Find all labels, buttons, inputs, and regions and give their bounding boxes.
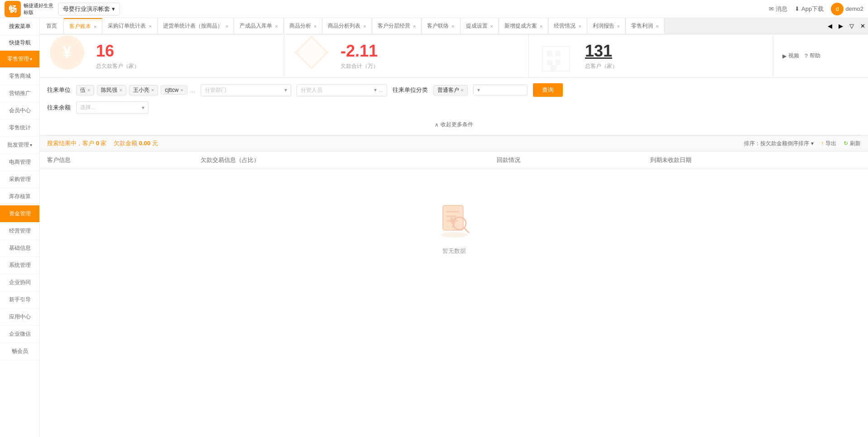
filter-row-unit: 往来单位 伍 × 陈民强 × 王小亮 bbox=[47, 83, 861, 97]
sidebar-item-ecommerce[interactable]: 电商管理 bbox=[0, 154, 39, 171]
tab-close-icon[interactable]: × bbox=[656, 24, 658, 29]
sidebar-quick-nav[interactable]: 快捷导航 bbox=[0, 35, 39, 51]
svg-rect-6 bbox=[555, 51, 561, 56]
filter-unit-class-label: 往来单位分类 bbox=[393, 86, 428, 94]
sidebar-item-operations[interactable]: 经营管理 bbox=[0, 223, 39, 240]
sidebar: 搜索菜单 快捷导航 零售管理 ▾ 零售商城 营销推广 会员中心 零售统计 bbox=[0, 18, 40, 437]
tab-close-icon[interactable]: × bbox=[451, 24, 454, 29]
remove-tag-chen[interactable]: × bbox=[119, 87, 122, 93]
tab-close-icon[interactable]: × bbox=[617, 24, 620, 29]
chevron-down-icon: ▾ bbox=[30, 57, 32, 62]
tab-production-inbound[interactable]: 产成品入库单 × bbox=[234, 18, 283, 34]
chevron-down-icon: ▾ bbox=[477, 87, 480, 93]
stats-row: ¥ 16 总欠款客户（家） bbox=[40, 34, 868, 78]
sidebar-search[interactable]: 搜索菜单 bbox=[0, 18, 39, 35]
diamond-icon bbox=[293, 34, 330, 71]
tab-customer-contact[interactable]: 客户联络 × bbox=[422, 18, 460, 34]
sidebar-item-system[interactable]: 系统管理 bbox=[0, 257, 39, 274]
remove-tag-cjttcw[interactable]: × bbox=[180, 87, 183, 93]
tab-close-icon[interactable]: × bbox=[540, 24, 542, 29]
remove-tag-wu[interactable]: × bbox=[87, 87, 90, 93]
filter-unit-class-dropdown[interactable]: ▾ bbox=[473, 85, 528, 95]
user-menu[interactable]: d demo2 bbox=[831, 3, 863, 15]
collapse-button[interactable]: ∧ 收起更多条件 bbox=[435, 118, 473, 131]
sidebar-item-newbie[interactable]: 新手引导 bbox=[0, 291, 39, 309]
stat-label-total: 总客户（家） bbox=[585, 62, 762, 70]
tab-product-analysis[interactable]: 商品分析 × bbox=[284, 18, 322, 34]
sidebar-item-marketing[interactable]: 营销推广 bbox=[0, 85, 39, 102]
tab-new-commission[interactable]: 新增提成方案 × bbox=[499, 18, 548, 34]
tab-home[interactable]: 首页 bbox=[40, 18, 64, 34]
stat-label-amount: 欠款合计（万） bbox=[340, 62, 518, 70]
svg-text:¥: ¥ bbox=[62, 43, 72, 62]
tab-product-analysis-list[interactable]: 商品分析列表 × bbox=[322, 18, 372, 34]
sort-select[interactable]: 排序：按欠款金额倒序排序 ▾ bbox=[744, 140, 814, 147]
tab-purchase-order[interactable]: 采购订单统计表 × bbox=[102, 18, 157, 34]
filter-more-button[interactable]: ... bbox=[190, 87, 195, 94]
tab-close-icon[interactable]: × bbox=[578, 24, 581, 29]
sidebar-item-retail-management[interactable]: 零售管理 ▾ bbox=[0, 51, 39, 68]
sidebar-item-inventory[interactable]: 库存核算 bbox=[0, 188, 39, 205]
app-logo: 畅 畅捷通好生意 标版 bbox=[5, 1, 53, 17]
stat-actions: ▶ 视频 ? 帮助 bbox=[773, 34, 830, 77]
tab-operations[interactable]: 经营情况 × bbox=[548, 18, 587, 34]
tab-expand-button[interactable]: ▽ bbox=[846, 18, 857, 34]
tab-customer-segment[interactable]: 客户分层经营 × bbox=[372, 18, 422, 34]
sidebar-item-enterprise[interactable]: 企业协同 bbox=[0, 274, 39, 291]
tab-retail-profit[interactable]: 零售利润 × bbox=[626, 18, 664, 34]
sidebar-item-member[interactable]: 畅会员 bbox=[0, 343, 39, 360]
tab-close-icon[interactable]: × bbox=[413, 24, 416, 29]
col-repayment: 回款情况 bbox=[489, 152, 643, 169]
empty-text: 暂无数据 bbox=[442, 247, 466, 255]
sidebar-item-retail-stats[interactable]: 零售统计 bbox=[0, 119, 39, 137]
sidebar-item-member-center[interactable]: 会员中心 bbox=[0, 102, 39, 119]
results-actions: 排序：按欠款金额倒序排序 ▾ ↑ 导出 ↻ 刷新 bbox=[744, 140, 861, 147]
sidebar-item-app-center[interactable]: 应用中心 bbox=[0, 309, 39, 326]
top-bar: 畅 畅捷通好生意 标版 母婴行业演示帐套 ▾ ✉ 消息 ⬇ App下载 d de… bbox=[0, 0, 868, 18]
filter-person-select[interactable]: 分管人员 ▾ ... bbox=[297, 84, 387, 96]
help-button[interactable]: ? 帮助 bbox=[805, 52, 820, 60]
messages-button[interactable]: ✉ 消息 bbox=[769, 5, 787, 13]
stat-card-customers: ¥ 16 总欠款客户（家） bbox=[40, 34, 284, 77]
tab-commission-settings[interactable]: 提成设置 × bbox=[460, 18, 499, 34]
tab-close-all-button[interactable]: ✕ bbox=[857, 18, 868, 34]
filter-dept-select[interactable]: 分管部门 ▾ bbox=[201, 84, 291, 96]
tab-close-icon[interactable]: × bbox=[275, 24, 278, 29]
filter-area: 往来单位 伍 × 陈民强 × 王小亮 bbox=[40, 78, 868, 135]
tab-close-icon[interactable]: × bbox=[149, 24, 151, 29]
sidebar-item-purchase[interactable]: 采购管理 bbox=[0, 171, 39, 188]
refresh-icon: ↻ bbox=[844, 140, 848, 147]
filter-unit-label: 往来单位 bbox=[47, 86, 71, 94]
col-debt-info: 欠款交易信息（占比） bbox=[193, 152, 489, 169]
play-icon: ▶ bbox=[782, 53, 786, 59]
sidebar-item-finance[interactable]: 资金管理 bbox=[0, 205, 39, 223]
refresh-button[interactable]: ↻ 刷新 bbox=[844, 140, 861, 147]
tab-close-icon[interactable]: × bbox=[314, 24, 317, 29]
export-button[interactable]: ↑ 导出 bbox=[821, 140, 836, 147]
stat-card-amount: -2.11 欠款合计（万） bbox=[284, 34, 529, 77]
tab-close-icon[interactable]: × bbox=[94, 24, 96, 29]
tab-next-button[interactable]: ▶ bbox=[835, 18, 846, 34]
sidebar-item-basic-info[interactable]: 基础信息 bbox=[0, 240, 39, 257]
sidebar-item-wechat[interactable]: 企业微信 bbox=[0, 326, 39, 343]
chevron-down-icon: ▾ bbox=[374, 87, 377, 93]
tab-close-icon[interactable]: × bbox=[490, 24, 493, 29]
tab-incoming-stats[interactable]: 进货单统计表（按商品） × bbox=[158, 18, 234, 34]
tab-close-icon[interactable]: × bbox=[363, 24, 366, 29]
tab-prev-button[interactable]: ◀ bbox=[825, 18, 835, 34]
video-button[interactable]: ▶ 视频 bbox=[782, 52, 799, 60]
app-download-button[interactable]: ⬇ App下载 bbox=[795, 5, 824, 13]
svg-rect-8 bbox=[555, 60, 561, 65]
filter-tags-unit-class: 普通客户 × bbox=[433, 85, 468, 95]
remove-tag-normal-customer[interactable]: × bbox=[461, 87, 464, 93]
query-button[interactable]: 查询 bbox=[533, 83, 563, 97]
filter-balance-select[interactable]: 选择... ▾ bbox=[76, 101, 149, 114]
tab-close-icon[interactable]: × bbox=[225, 24, 228, 29]
sidebar-item-retail-mall[interactable]: 零售商城 bbox=[0, 68, 39, 85]
tab-profit-report[interactable]: 利润报告 × bbox=[587, 18, 626, 34]
chevron-down-icon: ▾ bbox=[112, 5, 115, 12]
sidebar-item-wholesale[interactable]: 批发管理 ▾ bbox=[0, 137, 39, 154]
tab-customer-ledger[interactable]: 客户账本 × bbox=[64, 18, 102, 34]
remove-tag-wang[interactable]: × bbox=[151, 87, 154, 93]
account-dropdown[interactable]: 母婴行业演示帐套 ▾ bbox=[58, 3, 120, 15]
